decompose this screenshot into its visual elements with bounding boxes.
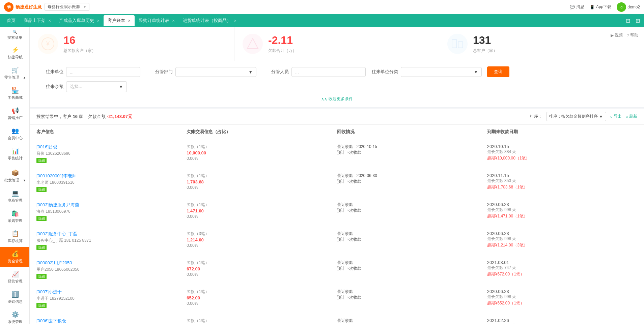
tab-purchase-stats[interactable]: 进货单统计表（按商品） ✕ — [179, 15, 241, 26]
overdue-days: 最长欠款 998 天 — [487, 236, 637, 242]
due-date: 2020.06.23 — [487, 202, 637, 207]
video-helper-btn[interactable]: ▶ 视频 — [611, 32, 623, 38]
chevron-down-icon-dept: ▼ — [248, 69, 253, 75]
customer-name-link[interactable]: [0006]去下粮仓 — [36, 318, 187, 324]
filter-row-1: 往来单位 ... 分管部门 ▼ 分管人员 ... — [36, 66, 637, 77]
customer-name-link[interactable]: [0007]小进干 — [36, 289, 187, 295]
summary-text: 搜索结果中，客户 16 家 欠款金额 -21,148.07元 — [36, 114, 132, 120]
sidebar-item-member-center[interactable]: 👥 会员中心 — [0, 124, 29, 144]
collect-status-cell: 最近收款 预计下次收款 — [337, 318, 487, 324]
app-download-btn[interactable]: 📱 App下载 — [590, 4, 611, 10]
tab-production-history[interactable]: 产成品入库单历史 ✕ — [55, 15, 104, 26]
overdue-link[interactable]: 超期¥1,214.00（3笔） — [487, 242, 637, 248]
overdue-link[interactable]: 超期¥10,000.00（1笔） — [487, 155, 637, 161]
sidebar-item-ecommerce[interactable]: 💻 电商管理 — [0, 186, 29, 206]
debt-info-cell: 欠款（1笔） 455.90 0.00% — [187, 318, 337, 324]
debt-amount-label: 欠款合计（万） — [268, 48, 297, 54]
debt-amount: 1,214.00 — [187, 237, 337, 242]
tab-close-purchase-stats[interactable]: ✕ — [234, 19, 236, 23]
balance-label: 往来余额 — [36, 84, 63, 90]
tab-close-purchase-order[interactable]: ✕ — [172, 19, 175, 23]
debt-desc: 欠款（3笔） — [187, 231, 337, 237]
due-date-cell: 2020.06.23 最长欠款 998 天 超期¥1,214.00（3笔） — [487, 231, 637, 248]
stats-row: ¥ 16 总欠款客户（家） -2.11 欠款合计（万） — [30, 27, 644, 61]
debt-desc: 欠款（1笔） — [187, 318, 337, 324]
unit-category-select[interactable]: ▼ — [401, 67, 482, 77]
overdue-link[interactable]: 超期¥652.00（1笔） — [487, 300, 637, 306]
overdue-days: 最长欠款 747 天 — [487, 265, 637, 271]
help-helper-btn[interactable]: ? 帮助 — [627, 32, 638, 38]
sort-selector[interactable]: 排序：按欠款金额倒序排序 ▼ — [546, 112, 606, 121]
company-selector[interactable]: 母婴行业演示账套 ▼ — [45, 3, 89, 11]
sidebar-item-inventory[interactable]: 📋 库存核算 — [0, 227, 29, 247]
tab-close-customer-account[interactable]: ✕ — [128, 19, 131, 23]
export-icon: ○ — [610, 114, 613, 119]
tab-close-product-off[interactable]: ✕ — [48, 19, 51, 23]
sidebar-item-sys-mgmt[interactable]: ⚙️ 系统管理 — [0, 307, 29, 324]
tab-minimize-btn[interactable]: ⊟ — [624, 18, 632, 24]
debt-amount: 1,471.00 — [187, 208, 337, 213]
tab-close-production-history[interactable]: ✕ — [97, 19, 100, 23]
table-row: [0006]去下粮仓 陈小册 现销 欠款（1笔） 455.90 0.00% 最近… — [36, 313, 637, 324]
overdue-days: 最长欠款 998 天 — [487, 294, 637, 300]
tab-customer-account[interactable]: 客户账本 ✕ — [104, 15, 135, 26]
sidebar-item-batch-mgmt[interactable]: 📦 批发管理 ▼ — [0, 166, 29, 186]
collect-status-cell: 最近收款 预计下次收款 — [337, 202, 487, 213]
debt-amount: 1,703.68 — [187, 179, 337, 184]
debt-pct: 0.00% — [187, 272, 337, 277]
customer-name-link[interactable]: [0001020001]李老师 — [36, 173, 187, 179]
refresh-icon: ○ — [626, 114, 628, 119]
top-bar: 畅 畅捷通好生意 母婴行业演示账套 ▼ 💬 消息 📱 App下载 d demo2 — [0, 0, 644, 14]
finance-icon: 💰 — [11, 250, 19, 258]
debt-pct: 0.00% — [187, 301, 337, 306]
refresh-button[interactable]: ○ 刷新 — [626, 114, 637, 119]
person-input[interactable]: ... — [291, 67, 366, 77]
debt-customers-label: 总欠款客户（家） — [63, 48, 96, 54]
sidebar-item-ops-mgmt[interactable]: 📈 经营管理 — [0, 267, 29, 287]
tab-product-off[interactable]: 商品上下架 ✕ — [20, 15, 55, 26]
tab-expand-btn[interactable]: ⊞ — [634, 18, 641, 24]
customer-name-link[interactable]: [000002]用户2050 — [36, 260, 187, 266]
sidebar-item-finance[interactable]: 💰 资金管理 — [0, 247, 29, 267]
sidebar-item-search[interactable]: 🔍 搜索菜单 — [0, 27, 29, 43]
message-btn[interactable]: 💬 消息 — [570, 4, 584, 10]
due-date: 2020.06.23 — [487, 289, 637, 294]
source-unit-input[interactable]: ... — [66, 67, 140, 77]
customer-name-link[interactable]: [0002]服务中心_丁磊 — [36, 231, 187, 237]
table-wrapper: 客户信息 欠账交易信息（占比） 回收情况 到期未收款日期 [0016]吕俊 吕俊… — [30, 125, 644, 324]
customer-name-link[interactable]: [0003]畅捷服务尹海燕 — [36, 202, 187, 208]
sidebar-item-retail-mall[interactable]: 🏪 零售商城 — [0, 83, 29, 104]
overdue-link[interactable]: 超期¥1,471.00（1笔） — [487, 213, 637, 219]
overdue-days: 最长欠款 853 天 — [487, 178, 637, 184]
sidebar-item-retail-stats[interactable]: 📊 零售统计 — [0, 144, 29, 164]
customer-phone: 用户2050 18665062050 — [36, 267, 187, 272]
filter-unit-category: 往来单位分类 ▼ — [371, 67, 482, 77]
debt-desc: 欠款（1笔） — [187, 202, 337, 208]
export-button[interactable]: ○ 导出 — [610, 114, 622, 119]
balance-select[interactable]: 选择... ▼ — [66, 81, 127, 92]
marketing-icon: 📢 — [11, 107, 19, 114]
collapse-button[interactable]: ∧∧ 收起更多条件 — [321, 96, 353, 102]
tab-purchase-order[interactable]: 采购订单统计表 ✕ — [135, 15, 179, 26]
tab-home[interactable]: 首页 — [3, 15, 20, 26]
sidebar-item-purchase-mgmt[interactable]: 🛍️ 采购管理 — [0, 206, 29, 227]
customer-name-link[interactable]: [0016]吕俊 — [36, 144, 187, 150]
sys-mgmt-icon: ⚙️ — [11, 311, 19, 318]
debt-amount: 652.00 — [187, 295, 337, 300]
sort-chevron-icon: ▼ — [599, 114, 603, 119]
dept-select[interactable]: ▼ — [175, 67, 256, 77]
overdue-link[interactable]: 超期¥672.00（1笔） — [487, 271, 637, 277]
sidebar-item-marketing[interactable]: 📢 营销推广 — [0, 104, 29, 124]
summary-right: 排序： 排序：按欠款金额倒序排序 ▼ ○ 导出 ○ 刷新 — [530, 112, 637, 121]
sidebar-item-quick-nav[interactable]: ⚡ 快捷导航 — [0, 43, 29, 63]
query-button[interactable]: 查询 — [487, 66, 509, 77]
quick-nav-icon: ⚡ — [11, 46, 19, 54]
due-date-cell: 2020.10.15 最长欠款 884 天 超期¥10,000.00（1笔） — [487, 144, 637, 161]
user-menu[interactable]: d demo2 — [617, 2, 640, 12]
sidebar-item-retail-mgmt[interactable]: 🛒 零售管理 ▲ — [0, 63, 29, 83]
table-row: [000002]用户2050 用户2050 18665062050 现销 欠款（… — [36, 255, 637, 284]
sidebar-item-basic-info[interactable]: ℹ️ 基础信息 — [0, 287, 29, 307]
debt-info-cell: 欠款（1笔） 10,000.00 0.00% — [187, 144, 337, 161]
overdue-link[interactable]: 超期¥1,703.68（1笔） — [487, 184, 637, 190]
table-row: [0003]畅捷服务尹海燕 海燕 18513066976 现销 欠款（1笔） 1… — [36, 197, 637, 226]
